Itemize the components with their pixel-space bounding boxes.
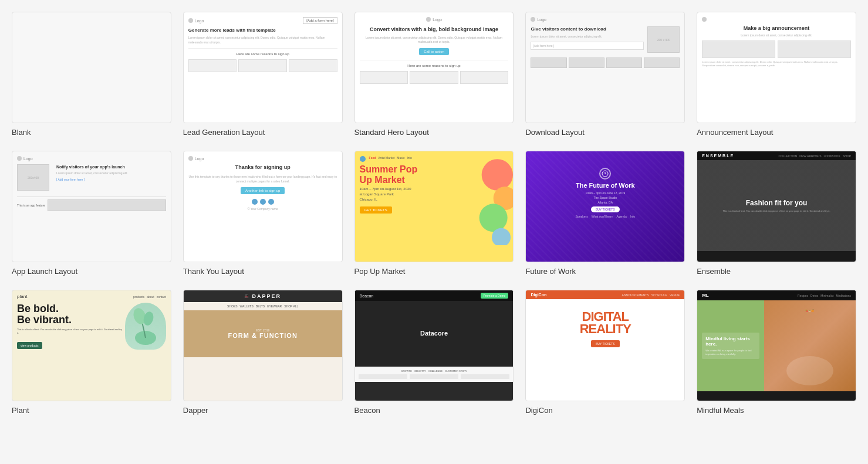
thumb-hero-btn: Call to action (419, 48, 449, 55)
template-item-thankyou[interactable]: Logo Thanks for signing up Use this temp… (183, 151, 343, 276)
thumb-lead-lorem: Lorem ipsum dolor sit amet, consectetur … (188, 36, 337, 45)
template-thumb-ensemble[interactable]: ENSEMBLE COLLECTION NEW ARRIVALS LOOKBOO… (697, 151, 856, 262)
template-item-dapper[interactable]: 🎩 DAPPER SHOESWALLETSBELTSEYEWEARSHOP AL… (183, 290, 343, 415)
thumb-hero-signup: Here are some reasons to sign up (360, 64, 509, 67)
svg-point-2 (479, 204, 508, 232)
thumb-download-title: Give visitors content to download (531, 26, 644, 32)
template-thumb-dapper[interactable]: 🎩 DAPPER SHOESWALLETSBELTSEYEWEARSHOP AL… (183, 290, 343, 401)
thumb-lead-box-2 (238, 59, 287, 72)
template-thumb-lead[interactable]: Logo [Add a form here] Generate more lea… (183, 12, 343, 123)
thumb-lead-signup: Here are some reasons to sign up (188, 52, 337, 56)
template-item-future[interactable]: The Future of Work 10am – 3pm on June 12… (525, 151, 685, 276)
template-grid: Blank Logo [Add a form here] Generate mo… (12, 12, 856, 415)
thumb-announce-title: Make a big announcement (702, 25, 851, 31)
svg-point-0 (482, 159, 513, 190)
template-label-blank: Blank (12, 128, 171, 137)
template-label-digicon: DigiCon (525, 406, 685, 415)
thumb-hero-divider (360, 60, 509, 60)
thumb-download-img: 200 x 400 (647, 26, 680, 53)
thumb-download-form: [Add form here ] (531, 42, 644, 50)
template-thumb-applaunch[interactable]: Logo 200x400 Notify visitors of your app… (12, 151, 171, 262)
template-label-popup: Pop Up Market (354, 267, 514, 276)
template-thumb-hero[interactable]: Logo Convert visitors with a big, bold b… (354, 12, 514, 123)
template-label-download: Download Layout (525, 128, 685, 137)
template-label-dapper: Dapper (183, 406, 343, 415)
thumb-lead-logo: Logo (188, 18, 204, 23)
thumb-download-lorem: Lorem ipsum dolor sit amet, consectetur … (531, 35, 644, 39)
thumb-hero-title: Convert visitors with a big, bold backgr… (360, 26, 509, 33)
thumb-download-logo: Logo (531, 17, 546, 22)
thumb-lead-box-1 (188, 59, 237, 72)
template-item-beacon[interactable]: Beacon Promote a Demo Datacore GROWTHIND… (354, 290, 514, 415)
template-label-announce: Announcement Layout (697, 128, 856, 137)
template-label-hero: Standard Hero Layout (354, 128, 514, 137)
thumb-lead-boxes (188, 59, 337, 72)
template-item-mindful[interactable]: ML RecipesDetoxMinimalistMeditations Min… (697, 290, 856, 415)
thumb-hero-lorem: Lorem ipsum dolor sit amet, consectetur … (360, 36, 509, 45)
thumb-announce-lorem: Lorem ipsum dolor sit amet, consectetur … (702, 33, 851, 38)
template-thumb-download[interactable]: Logo Give visitors content to download L… (525, 12, 685, 123)
template-item-digicon[interactable]: DigiCon ANNOUNCEMENTSSCHEDULEVENUE DIGIT… (525, 290, 685, 415)
template-thumb-mindful[interactable]: ML RecipesDetoxMinimalistMeditations Min… (697, 290, 856, 401)
template-item-download[interactable]: Logo Give visitors content to download L… (525, 12, 685, 137)
template-item-blank[interactable]: Blank (12, 12, 171, 137)
template-label-mindful: Mindful Meals (697, 406, 856, 415)
template-thumb-beacon[interactable]: Beacon Promote a Demo Datacore GROWTHIND… (354, 290, 514, 401)
template-item-lead[interactable]: Logo [Add a form here] Generate more lea… (183, 12, 343, 137)
template-thumb-digicon[interactable]: DigiCon ANNOUNCEMENTSSCHEDULEVENUE DIGIT… (525, 290, 685, 401)
template-thumb-plant[interactable]: plant productsaboutcontact Be bold.Be vi… (12, 290, 171, 401)
thumb-future-btn: BUY TICKETS (591, 206, 620, 212)
template-thumb-announce[interactable]: Make a big announcement Lorem ipsum dolo… (697, 12, 856, 123)
template-thumb-future[interactable]: The Future of Work 10am – 3pm on June 12… (525, 151, 685, 262)
thumb-lead-divider (188, 48, 337, 49)
thumb-lead-form-btn: [Add a form here] (303, 17, 337, 24)
template-item-plant[interactable]: plant productsaboutcontact Be bold.Be vi… (12, 290, 171, 415)
template-label-plant: Plant (12, 406, 171, 415)
thumb-future-title: The Future of Work (531, 182, 680, 189)
template-label-applaunch: App Launch Layout (12, 267, 171, 276)
template-thumb-blank[interactable] (12, 12, 171, 123)
template-item-popup[interactable]: Feed Artist Market Music Info Summer Pop… (354, 151, 514, 276)
template-label-future: Future of Work (525, 267, 685, 276)
thumb-plant-img (125, 303, 166, 350)
thumb-hero-boxes (360, 71, 509, 84)
template-item-ensemble[interactable]: ENSEMBLE COLLECTION NEW ARRIVALS LOOKBOO… (697, 151, 856, 276)
template-item-hero[interactable]: Logo Convert visitors with a big, bold b… (354, 12, 514, 137)
template-label-lead: Lead Generation Layout (183, 128, 343, 137)
template-label-thankyou: Thank You Layout (183, 267, 343, 276)
thumb-hero-logo: Logo (426, 17, 442, 22)
thumb-lead-box-3 (289, 59, 337, 72)
thumb-future-date: 10am – 3pm on June 12, 2019 (531, 191, 680, 195)
thumb-lead-title: Generate more leads with this template (188, 28, 337, 33)
template-item-announce[interactable]: Make a big announcement Lorem ipsum dolo… (697, 12, 856, 137)
template-thumb-popup[interactable]: Feed Artist Market Music Info Summer Pop… (354, 151, 514, 262)
template-label-ensemble: Ensemble (697, 267, 856, 276)
template-label-beacon: Beacon (354, 406, 514, 415)
template-item-applaunch[interactable]: Logo 200x400 Notify visitors of your app… (12, 151, 171, 276)
template-thumb-thankyou[interactable]: Logo Thanks for signing up Use this temp… (183, 151, 343, 262)
